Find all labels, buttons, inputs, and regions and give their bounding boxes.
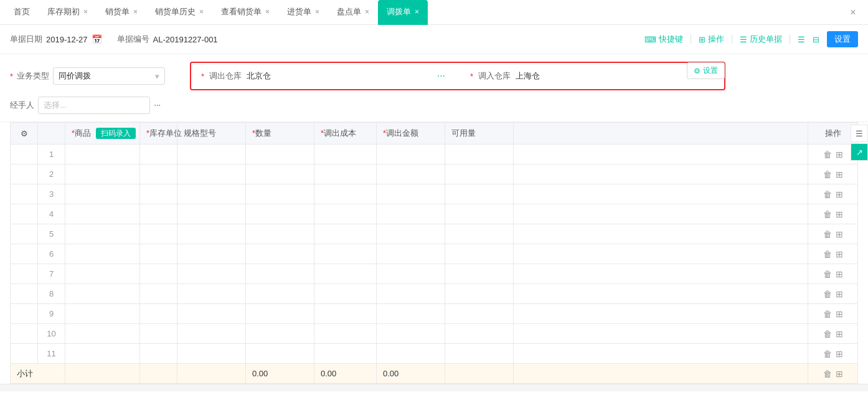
cell-spec-4[interactable] xyxy=(177,204,246,224)
cell-available-6[interactable] xyxy=(445,244,514,264)
tab-close-stocktake[interactable]: × xyxy=(365,7,369,16)
settings-button[interactable]: 设置 xyxy=(827,31,858,47)
cell-unit-5[interactable] xyxy=(140,224,177,244)
cell-amount-8[interactable] xyxy=(377,284,445,304)
cell-cost-1[interactable] xyxy=(314,145,377,164)
tab-inventory-init[interactable]: 库存期初 × xyxy=(39,0,97,25)
trash-icon-8[interactable]: 🗑 xyxy=(823,289,832,299)
trash-icon-6[interactable]: 🗑 xyxy=(823,249,832,259)
copy-icon-8[interactable]: ⊞ xyxy=(836,289,843,299)
tab-close-inventory-init[interactable]: × xyxy=(83,7,88,16)
copy-icon-3[interactable]: ⊞ xyxy=(836,189,843,199)
shortcuts-button[interactable]: ⌨ 快捷键 xyxy=(644,34,683,45)
biz-type-select[interactable]: 同价调拨 ▾ xyxy=(53,67,165,85)
cell-cost-3[interactable] xyxy=(314,184,377,204)
grid-view-button[interactable]: ⊟ xyxy=(813,35,819,44)
list-view-button[interactable]: ☰ xyxy=(798,35,805,44)
cell-unit-8[interactable] xyxy=(140,284,177,304)
copy-icon-4[interactable]: ⊞ xyxy=(836,209,843,219)
cell-cost-8[interactable] xyxy=(314,284,377,304)
trash-icon-10[interactable]: 🗑 xyxy=(823,329,832,339)
tab-close-view-sales[interactable]: × xyxy=(265,7,270,16)
copy-icon-1[interactable]: ⊞ xyxy=(836,150,843,159)
cell-spec-7[interactable] xyxy=(177,264,246,284)
cell-unit-9[interactable] xyxy=(140,304,177,324)
out-warehouse-more[interactable]: ··· xyxy=(437,70,445,82)
cell-amount-4[interactable] xyxy=(377,204,445,224)
cell-product-10[interactable] xyxy=(65,324,140,344)
operator-more[interactable]: ··· xyxy=(154,100,160,111)
cell-unit-4[interactable] xyxy=(140,204,177,224)
cell-spec-11[interactable] xyxy=(177,344,246,364)
cell-available-7[interactable] xyxy=(445,264,514,284)
cell-qty-11[interactable] xyxy=(246,344,314,364)
copy-icon-10[interactable]: ⊞ xyxy=(836,329,843,339)
cell-available-4[interactable] xyxy=(445,204,514,224)
cell-spec-8[interactable] xyxy=(177,284,246,304)
tab-transfer[interactable]: 调拨单 × xyxy=(378,0,428,25)
cell-amount-3[interactable] xyxy=(377,184,445,204)
cell-product-8[interactable] xyxy=(65,284,140,304)
copy-icon-2[interactable]: ⊞ xyxy=(836,169,843,179)
cell-unit-10[interactable] xyxy=(140,324,177,344)
copy-icon-5[interactable]: ⊞ xyxy=(836,229,843,239)
calendar-icon[interactable]: 📅 xyxy=(92,34,102,44)
cell-qty-10[interactable] xyxy=(246,324,314,344)
cell-spec-9[interactable] xyxy=(177,304,246,324)
cell-qty-1[interactable] xyxy=(246,145,314,164)
cell-amount-5[interactable] xyxy=(377,224,445,244)
cell-qty-6[interactable] xyxy=(246,244,314,264)
cell-cost-2[interactable] xyxy=(314,164,377,184)
tab-sales-order[interactable]: 销货单 × xyxy=(97,0,146,25)
cell-product-3[interactable] xyxy=(65,184,140,204)
copy-icon-9[interactable]: ⊞ xyxy=(836,309,843,319)
cell-product-9[interactable] xyxy=(65,304,140,324)
cell-qty-2[interactable] xyxy=(246,164,314,184)
in-warehouse-value[interactable]: 上海仓 xyxy=(516,70,540,82)
cell-unit-11[interactable] xyxy=(140,344,177,364)
right-tool-list[interactable]: ☰ xyxy=(851,125,868,142)
trash-icon-4[interactable]: 🗑 xyxy=(823,209,832,219)
operator-select[interactable]: 选择... xyxy=(38,97,150,114)
cell-unit-7[interactable] xyxy=(140,264,177,284)
subtotal-trash-icon[interactable]: 🗑 xyxy=(823,369,832,379)
trash-icon-3[interactable]: 🗑 xyxy=(823,189,832,199)
cell-available-2[interactable] xyxy=(445,164,514,184)
cell-available-11[interactable] xyxy=(445,344,514,364)
cell-amount-11[interactable] xyxy=(377,344,445,364)
cell-spec-6[interactable] xyxy=(177,244,246,264)
copy-icon-6[interactable]: ⊞ xyxy=(836,249,843,259)
tab-stocktake[interactable]: 盘点单 × xyxy=(328,0,378,25)
tab-close-purchase[interactable]: × xyxy=(315,7,319,16)
trash-icon-7[interactable]: 🗑 xyxy=(823,269,832,279)
cell-spec-5[interactable] xyxy=(177,224,246,244)
cell-available-5[interactable] xyxy=(445,224,514,244)
tab-purchase[interactable]: 进货单 × xyxy=(278,0,328,25)
cell-product-11[interactable] xyxy=(65,344,140,364)
tab-view-sales[interactable]: 查看销货单 × xyxy=(212,0,278,25)
tab-close-sales-order[interactable]: × xyxy=(133,7,138,16)
cell-qty-8[interactable] xyxy=(246,284,314,304)
cell-spec-10[interactable] xyxy=(177,324,246,344)
cell-available-3[interactable] xyxy=(445,184,514,204)
footer-scrollbar[interactable] xyxy=(0,384,868,391)
th-settings[interactable]: ⚙ xyxy=(11,123,38,145)
cell-unit-3[interactable] xyxy=(140,184,177,204)
cell-product-1[interactable] xyxy=(65,145,140,164)
cell-amount-9[interactable] xyxy=(377,304,445,324)
trash-icon-11[interactable]: 🗑 xyxy=(823,349,832,359)
tab-close-transfer[interactable]: × xyxy=(415,7,419,16)
cell-qty-3[interactable] xyxy=(246,184,314,204)
cell-qty-7[interactable] xyxy=(246,264,314,284)
cell-spec-1[interactable] xyxy=(177,145,246,164)
cell-unit-1[interactable] xyxy=(140,145,177,164)
trash-icon-5[interactable]: 🗑 xyxy=(823,229,832,239)
history-button[interactable]: ☰ 历史单据 xyxy=(740,34,782,45)
cell-spec-3[interactable] xyxy=(177,184,246,204)
subtotal-copy-icon[interactable]: ⊞ xyxy=(836,369,843,379)
cell-amount-7[interactable] xyxy=(377,264,445,284)
cell-product-7[interactable] xyxy=(65,264,140,284)
cell-cost-5[interactable] xyxy=(314,224,377,244)
cell-amount-2[interactable] xyxy=(377,164,445,184)
cell-cost-11[interactable] xyxy=(314,344,377,364)
